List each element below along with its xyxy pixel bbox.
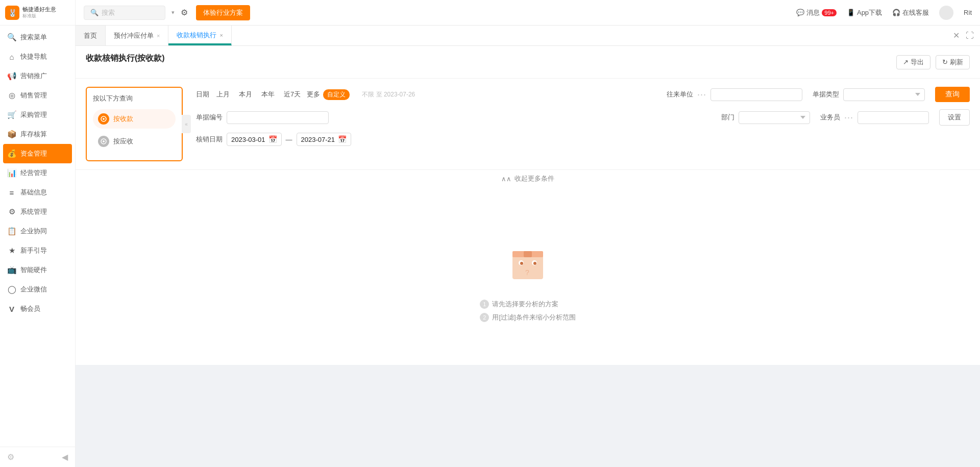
purchase-icon: 🛒 xyxy=(7,110,16,119)
date-7days-btn[interactable]: 近7天 xyxy=(281,89,304,100)
refresh-btn[interactable]: ↻ 刷新 xyxy=(936,55,970,69)
tab-home[interactable]: 首页 xyxy=(76,26,106,45)
svg-point-2 xyxy=(103,140,105,142)
tabbar-right: ✕ ⛶ xyxy=(953,26,980,45)
chevron-down-icon[interactable]: ▾ xyxy=(172,9,175,16)
tab-receipt-writeoff-close[interactable]: × xyxy=(219,32,223,38)
basic-info-icon: ≡ xyxy=(7,188,16,197)
date-this-year-btn[interactable]: 本年 xyxy=(258,89,278,100)
sidebar-item-smart-hw[interactable]: 📺 智能硬件 xyxy=(0,260,75,280)
refresh-icon: ↻ xyxy=(942,58,948,66)
date-range-separator: — xyxy=(286,136,292,143)
salesperson-label: 业务员 xyxy=(820,113,840,122)
app-icon: 📱 xyxy=(847,9,855,16)
sidebar-item-enterprise[interactable]: 📋 企业协同 xyxy=(0,222,75,241)
sidebar-item-quick-nav[interactable]: ⌂ 快捷导航 xyxy=(0,47,75,66)
page-header: 收款核销执行(按收款) ↗ 导出 ↻ 刷新 xyxy=(76,46,980,79)
partner-dots: ··· xyxy=(697,89,706,100)
smart-hw-icon: 📺 xyxy=(7,265,16,275)
active-tab-indicator xyxy=(168,43,231,44)
writeoff-date-label: 核销日期 xyxy=(196,135,223,144)
sidebar-item-search-menu[interactable]: 🔍 搜索菜单 xyxy=(0,28,75,47)
settings-btn[interactable]: 设置 xyxy=(939,109,970,126)
calendar-end-icon[interactable]: 📅 xyxy=(338,135,347,143)
message-label: 消息 xyxy=(806,8,820,17)
empty-step-2-text: 用[过滤]条件来缩小分析范围 xyxy=(492,311,575,324)
date-more-btn[interactable]: 更多 xyxy=(307,90,320,99)
writeoff-date-end: 2023-07-21 xyxy=(301,136,335,143)
svg-point-8 xyxy=(520,262,523,265)
collapse-arrow-icon: « xyxy=(185,121,188,127)
message-btn[interactable]: 💬 消息 99+ xyxy=(796,8,837,17)
sidebar-item-basic-info[interactable]: ≡ 基础信息 xyxy=(0,183,75,202)
export-btn[interactable]: ↗ 导出 xyxy=(896,55,930,69)
receivable-icon xyxy=(98,136,109,147)
salesperson-dots: ··· xyxy=(844,112,853,123)
filter-option-by-receipt[interactable]: 按收款 xyxy=(93,109,176,129)
guide-icon: ★ xyxy=(7,246,16,255)
sidebar-logo: 🐰 畅捷通好生意 标准版 xyxy=(0,0,75,26)
doc-type-field: 单据类型 xyxy=(813,88,925,101)
gear-icon[interactable]: ⚙ xyxy=(181,8,188,17)
search-icon: 🔍 xyxy=(7,33,16,42)
page-title: 收款核销执行(按收款) xyxy=(86,53,165,64)
writeoff-date-field: 核销日期 2023-03-01 📅 — 2023-07-21 xyxy=(196,133,351,146)
sidebar-item-label: 系统管理 xyxy=(20,207,47,216)
filter-option-label: 按收款 xyxy=(113,114,133,124)
tab-home-label: 首页 xyxy=(84,31,97,40)
sidebar-item-wechat[interactable]: ◯ 企业微信 xyxy=(0,280,75,299)
dept-select[interactable] xyxy=(739,111,810,124)
app-download-btn[interactable]: 📱 App下载 xyxy=(847,8,882,17)
collapse-up-icon: ∧∧ xyxy=(501,175,511,183)
svg-point-9 xyxy=(533,262,536,265)
tab-receipt-writeoff[interactable]: 收款核销执行 × xyxy=(168,26,231,45)
tab-prepay-close[interactable]: × xyxy=(157,33,160,39)
sidebar-item-marketing[interactable]: 📢 营销推广 xyxy=(0,66,75,86)
doc-type-select[interactable] xyxy=(843,88,925,101)
message-icon: 💬 xyxy=(796,9,804,16)
solution-btn[interactable]: 体验行业方案 xyxy=(196,5,250,20)
sidebar-item-inventory[interactable]: 📦 库存核算 xyxy=(0,125,75,144)
writeoff-date-end-wrap[interactable]: 2023-07-21 📅 xyxy=(297,133,352,146)
sidebar-item-guide[interactable]: ★ 新手引导 xyxy=(0,241,75,260)
sidebar-settings-icon[interactable]: ⚙ xyxy=(7,452,14,462)
close-window-icon[interactable]: ✕ xyxy=(953,31,960,40)
sidebar-item-sales[interactable]: ◎ 销售管理 xyxy=(0,86,75,105)
sidebar-item-finance[interactable]: 💰 资金管理 xyxy=(3,144,72,163)
tab-prepay[interactable]: 预付冲应付单 × xyxy=(106,26,168,45)
home-icon: ⌂ xyxy=(7,53,16,61)
sidebar-item-member[interactable]: V 畅会员 xyxy=(0,299,75,318)
partner-input[interactable] xyxy=(710,88,802,101)
writeoff-date-start-wrap[interactable]: 2023-03-01 📅 xyxy=(227,133,282,146)
empty-steps: 1 请先选择要分析的方案 2 用[过滤]条件来缩小分析范围 xyxy=(480,298,575,324)
date-label: 日期 xyxy=(196,90,209,99)
calendar-start-icon[interactable]: 📅 xyxy=(268,135,277,143)
date-custom-badge[interactable]: 自定义 xyxy=(323,89,350,100)
content-area: 收款核销执行(按收款) ↗ 导出 ↻ 刷新 按以 xyxy=(76,46,980,467)
avatar xyxy=(939,6,953,20)
topbar: 🔍 搜索 ▾ ⚙ 体验行业方案 💬 消息 99+ 📱 App下载 🎧 在线客服 … xyxy=(76,0,980,26)
step-num-1: 1 xyxy=(480,300,489,309)
sidebar-item-purchase[interactable]: 🛒 采购管理 xyxy=(0,105,75,125)
date-last-month-btn[interactable]: 上月 xyxy=(213,89,233,100)
sidebar-item-system[interactable]: ⚙ 系统管理 xyxy=(0,202,75,222)
filter-option-by-receivable[interactable]: 按应收 xyxy=(93,132,176,151)
partner-label: 往来单位 xyxy=(667,90,693,99)
filter-collapse-btn[interactable]: « xyxy=(182,115,191,133)
salesperson-input[interactable] xyxy=(857,111,929,124)
sidebar-item-label: 基础信息 xyxy=(20,188,47,197)
writeoff-date-range: 2023-03-01 📅 — 2023-07-21 📅 xyxy=(227,133,351,146)
query-btn[interactable]: 查询 xyxy=(935,87,970,102)
sidebar-item-label: 经营管理 xyxy=(20,168,47,178)
doc-no-input[interactable] xyxy=(227,111,329,124)
sidebar-collapse-icon[interactable]: ◀ xyxy=(62,452,68,462)
sidebar-item-operation[interactable]: 📊 经营管理 xyxy=(0,163,75,183)
collapse-more-bar[interactable]: ∧∧ 收起更多条件 xyxy=(76,169,980,187)
sidebar-item-label: 快捷导航 xyxy=(20,52,47,61)
online-service-btn[interactable]: 🎧 在线客服 xyxy=(892,8,929,17)
topbar-search-box[interactable]: 🔍 搜索 xyxy=(84,6,165,20)
online-service-label: 在线客服 xyxy=(902,8,929,17)
date-this-month-btn[interactable]: 本月 xyxy=(236,89,255,100)
maximize-icon[interactable]: ⛶ xyxy=(966,31,974,40)
filter-left-panel: 按以下方查询 按收款 按应收 xyxy=(86,87,183,161)
